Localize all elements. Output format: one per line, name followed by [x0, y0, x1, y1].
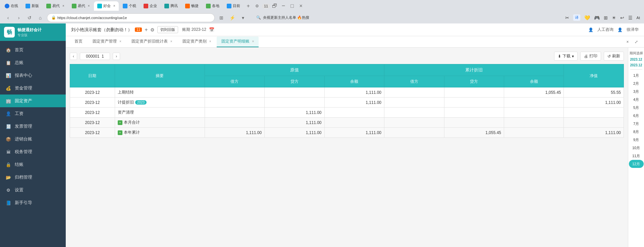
- cell-orig-credit: 1,111.00: [265, 128, 324, 138]
- sidebar-item-invoice[interactable]: 🧾 发票管理: [0, 120, 66, 133]
- search-bar[interactable]: 🔍 央视更新主持人名单 🔥热搜: [256, 15, 309, 20]
- download-button[interactable]: ⬇ 下载 ▾: [554, 52, 578, 61]
- period-item-9月[interactable]: 9月: [629, 136, 644, 144]
- tab-close-fixed-assets-cat[interactable]: ×: [209, 40, 211, 43]
- tab-close-haohui[interactable]: ×: [113, 4, 115, 8]
- scissors-icon[interactable]: ✂: [565, 15, 569, 20]
- game-icon[interactable]: 🎮: [594, 15, 600, 20]
- tab-depreciation-stat[interactable]: 固定资产折旧统计表 ×: [127, 37, 177, 47]
- period-item-5月[interactable]: 5月: [629, 104, 644, 112]
- browser-tab-geshui[interactable]: 个税: [119, 1, 140, 11]
- home-button[interactable]: ⌂: [36, 14, 44, 22]
- logo-text: 畅: [7, 29, 12, 36]
- tab-close-yidai1[interactable]: ×: [62, 4, 64, 8]
- download-icon: ⬇: [558, 54, 561, 59]
- sidebar-item-ledger-label: 总账: [15, 60, 23, 66]
- add-tab-button[interactable]: +: [244, 3, 253, 9]
- sidebar-header: 畅 畅捷通好会计 专业版: [0, 23, 66, 41]
- period-item-8月[interactable]: 8月: [629, 128, 644, 136]
- forward-button[interactable]: ›: [15, 14, 23, 22]
- sidebar-item-closing[interactable]: 🔒 结账: [0, 158, 66, 171]
- tab-fixed-assets-cat[interactable]: 固定资产类别 ×: [178, 37, 216, 47]
- guide-icon: 📘: [5, 200, 11, 206]
- menu-icon[interactable]: ☰: [628, 15, 633, 20]
- browser-tab-haohui[interactable]: 好会 ×: [94, 1, 119, 11]
- sun-icon[interactable]: ☀: [612, 15, 616, 20]
- next-page-button[interactable]: ›: [113, 53, 120, 60]
- sidebar-item-fixed-assets[interactable]: 🏢 固定资产: [0, 95, 66, 107]
- period-item-4月[interactable]: 4月: [629, 96, 644, 104]
- tab-label-xinban: 新版: [32, 3, 39, 8]
- browser-tab-yidai1[interactable]: 易代 ×: [43, 1, 68, 11]
- sidebar-item-inventory[interactable]: 📦 进销台账: [0, 133, 66, 145]
- wallet-icon[interactable]: 💛: [584, 15, 590, 20]
- tab-home[interactable]: 首页: [70, 37, 87, 47]
- sidebar-item-archive-label: 归档管理: [15, 174, 32, 180]
- close-all-tabs-button[interactable]: ×: [624, 38, 631, 46]
- prev-page-button[interactable]: ‹: [70, 53, 77, 60]
- tab-fixed-assets-ledger[interactable]: 固定资产明细账 ×: [217, 37, 259, 47]
- reports-icon: 📊: [5, 72, 11, 78]
- tab-fixed-assets-mgmt[interactable]: 固定资产管理 ×: [88, 37, 126, 47]
- sidebar-item-home[interactable]: 🏠 首页: [0, 44, 66, 56]
- cell-acc-debit: [384, 118, 444, 128]
- period-item-10月[interactable]: 10月: [629, 144, 644, 152]
- tab-close-fixed-assets-ledger[interactable]: ×: [252, 40, 254, 43]
- sidebar-item-settings[interactable]: ⚙ 设置: [0, 184, 66, 196]
- period-item-11月[interactable]: 11月: [629, 152, 644, 160]
- expand-tabs-button[interactable]: ⤢: [633, 38, 640, 46]
- sidebar-item-archive[interactable]: 📂 归档管理: [0, 171, 66, 184]
- tab-settings-icon[interactable]: ⚙: [253, 2, 261, 10]
- at-label: At: [637, 16, 640, 20]
- cell-orig-balance: 1,111.00: [324, 128, 384, 138]
- sidebar-item-tax[interactable]: 🏛 税务管理: [0, 145, 66, 158]
- tab-close-depreciation-stat[interactable]: ×: [170, 40, 172, 43]
- undo-icon[interactable]: ↩: [620, 15, 624, 20]
- print-button[interactable]: 🖨 打印: [580, 52, 601, 61]
- period-item-3月[interactable]: 3月: [629, 87, 644, 96]
- address-input[interactable]: 🔒 https://cloud.chanjet.com/accounting/u…: [47, 13, 215, 22]
- browser-tab-zaixin[interactable]: 在线: [1, 1, 21, 11]
- help-label[interactable]: 人工咨询: [597, 27, 613, 33]
- browser-tab-changjie[interactable]: 畅捷: [182, 1, 202, 11]
- maximize-icon[interactable]: □: [288, 2, 296, 10]
- close-window-icon[interactable]: ×: [297, 2, 305, 10]
- cell-date: 2023-12: [70, 108, 115, 118]
- user-label[interactable]: 徐泽华: [627, 27, 639, 33]
- browser-tab-gedi[interactable]: 各地: [203, 1, 223, 11]
- period-item-7月[interactable]: 7月: [629, 120, 644, 128]
- minimize-icon[interactable]: −: [279, 2, 287, 10]
- sidebar-item-funds[interactable]: 💰 资金管理: [0, 82, 66, 95]
- expand-address-icon[interactable]: ▾: [239, 14, 247, 22]
- sidebar-item-guide[interactable]: 📘 新手引导: [0, 196, 66, 209]
- period-item-1月[interactable]: 1月: [629, 71, 644, 79]
- sidebar-item-ledger[interactable]: 📋 总账: [0, 56, 66, 69]
- sidebar-item-reports[interactable]: 📊 报表中心: [0, 69, 66, 82]
- sidebar-item-payroll[interactable]: 👤 工资: [0, 107, 66, 120]
- browser-tab-xinban[interactable]: 新版: [22, 1, 42, 11]
- refresh-button-toolbar[interactable]: ↺ 刷新: [604, 52, 624, 61]
- tab-label-geshui: 个税: [129, 3, 136, 8]
- refresh-button[interactable]: ↺: [25, 14, 34, 22]
- period-item-6月[interactable]: 6月: [629, 112, 644, 120]
- browser-tab-tengxun[interactable]: 腾讯: [161, 1, 181, 11]
- tab-close-fixed-assets-mgmt[interactable]: ×: [119, 40, 121, 43]
- tab-close-yidai2[interactable]: ×: [88, 4, 90, 8]
- restore-window-icon[interactable]: 🗗: [271, 2, 279, 10]
- translate-icon[interactable]: 译: [573, 14, 580, 21]
- back-button[interactable]: ‹: [4, 14, 12, 22]
- cell-acc-credit: [444, 108, 504, 118]
- add-account-icon[interactable]: +: [145, 27, 148, 33]
- settings-dot-icon[interactable]: ⚙: [150, 27, 155, 33]
- period-item-2月[interactable]: 2月: [629, 79, 644, 87]
- period-item-12月[interactable]: 12月: [629, 160, 644, 168]
- lightning-icon[interactable]: ⚡: [228, 14, 236, 22]
- browser-tab-muqian[interactable]: 目前: [223, 1, 244, 11]
- page-number-input[interactable]: [80, 53, 110, 60]
- browser-tab-yidai2[interactable]: 易代 ×: [68, 1, 93, 11]
- browser-tab-qiye[interactable]: 企业: [140, 1, 160, 11]
- grid-icon[interactable]: ⊞: [604, 15, 608, 20]
- extension-icon[interactable]: ⊞: [217, 14, 225, 22]
- switch-version-button[interactable]: 切到旧版: [157, 26, 178, 33]
- calendar-icon[interactable]: 📅: [209, 27, 214, 32]
